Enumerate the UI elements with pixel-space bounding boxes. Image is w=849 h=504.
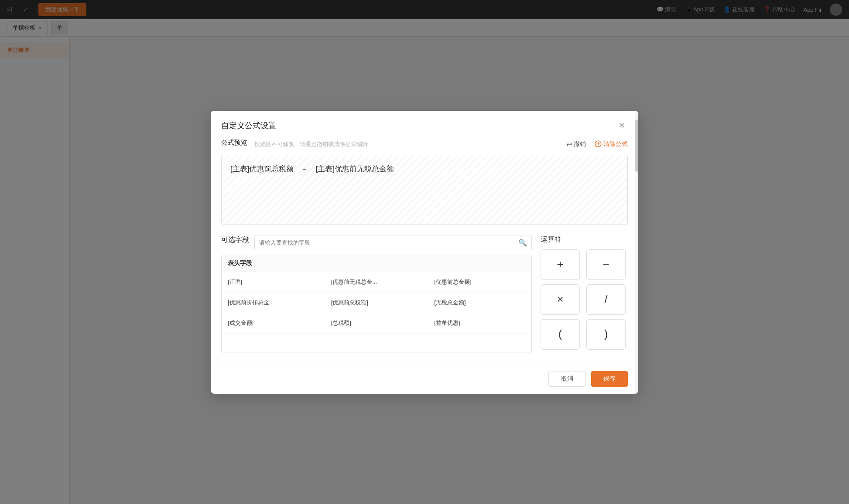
cancel-button[interactable]: 取消 [548, 371, 586, 387]
formula-content: [主表]优惠前总税额 － [主表]优惠前无税总金额 [230, 164, 394, 174]
formula-preview-header: 公式预览 预览区不可修改，请通过撤销或清除公式编辑 ↩ 撤销 [221, 139, 628, 150]
field-item-6[interactable]: [成交金额] [222, 313, 325, 334]
clear-formula-label: 清除公式 [603, 140, 628, 148]
clear-icon [595, 140, 602, 149]
op-left-paren-button[interactable]: ( [541, 319, 580, 350]
operators-panel: 运算符 + − × / ( ) [541, 235, 628, 353]
fields-search-container: 🔍 [254, 235, 532, 250]
dialog-footer: 取消 保存 [211, 364, 638, 394]
dialog-header: 自定义公式设置 ✕ [211, 111, 638, 139]
formula-section-label: 公式预览 [221, 139, 247, 147]
field-item-9[interactable] [222, 334, 325, 353]
fields-section-header: 表头字段 [222, 255, 531, 272]
dialog-close-button[interactable]: ✕ [616, 119, 628, 132]
fields-list-wrapper: 表头字段 [汇率] [优惠前无税总金... [优惠前总金额] [优惠前折扣总金.… [221, 255, 532, 353]
formula-operator-minus: － [301, 164, 308, 174]
bottom-section: 可选字段 🔍 表头字段 [汇率] [优惠前无税总金... [221, 235, 628, 353]
field-item-0[interactable]: [汇率] [222, 272, 325, 293]
save-button[interactable]: 保存 [591, 371, 628, 387]
field-item-7[interactable]: [总税额] [325, 313, 428, 334]
app-background: 司 ✓ 我要优惠一下 💬 消息 📱 App下载 👤 在线客服 ❓ 帮助中心 Ap… [0, 0, 849, 504]
operators-grid: + − × / ( ) [541, 249, 628, 350]
formula-field-2: [主表]优惠前无税总金额 [315, 164, 394, 174]
preview-actions: ↩ 撤销 清除公式 [566, 140, 628, 149]
formula-dialog: 自定义公式设置 ✕ 公式预览 预览区不可修改，请通过撤销或清除公式编辑 ↩ 撤销 [211, 111, 638, 394]
field-item-8[interactable]: [整单优惠] [428, 313, 531, 334]
dialog-scrollbar [635, 111, 638, 394]
op-plus-button[interactable]: + [541, 249, 580, 280]
field-item-1[interactable]: [优惠前无税总金... [325, 272, 428, 293]
search-icon: 🔍 [518, 238, 527, 247]
fields-grid: [汇率] [优惠前无税总金... [优惠前总金额] [优惠前折扣总金... [优… [222, 272, 531, 353]
field-item-10[interactable] [325, 334, 428, 353]
fields-search-row: 可选字段 🔍 [221, 235, 532, 250]
field-item-4[interactable]: [优惠前总税额] [325, 293, 428, 313]
field-item-11[interactable] [428, 334, 531, 353]
formula-preview-hint: 预览区不可修改，请通过撤销或清除公式编辑 [254, 140, 559, 148]
op-right-paren-button[interactable]: ) [586, 319, 626, 350]
undo-icon: ↩ [566, 140, 572, 149]
op-divide-button[interactable]: / [586, 284, 626, 315]
field-item-2[interactable]: [优惠前总金额] [428, 272, 531, 293]
formula-preview-box: [主表]优惠前总税额 － [主表]优惠前无税总金额 [221, 155, 628, 225]
field-item-3[interactable]: [优惠前折扣总金... [222, 293, 325, 313]
clear-formula-button[interactable]: 清除公式 [595, 140, 628, 149]
fields-panel: 可选字段 🔍 表头字段 [汇率] [优惠前无税总金... [221, 235, 532, 353]
dialog-scrollbar-thumb [635, 119, 638, 172]
op-multiply-button[interactable]: × [541, 284, 580, 315]
modal-overlay: 自定义公式设置 ✕ 公式预览 预览区不可修改，请通过撤销或清除公式编辑 ↩ 撤销 [0, 0, 849, 504]
dialog-body: 公式预览 预览区不可修改，请通过撤销或清除公式编辑 ↩ 撤销 [211, 139, 638, 364]
undo-label: 撤销 [574, 140, 586, 148]
operators-panel-header: 运算符 [541, 235, 628, 244]
fields-panel-header: 可选字段 [221, 235, 249, 245]
field-item-5[interactable]: [无税总金额] [428, 293, 531, 313]
op-minus-button[interactable]: − [586, 249, 626, 280]
formula-field-1: [主表]优惠前总税额 [230, 164, 294, 174]
fields-search-input[interactable] [259, 239, 518, 246]
dialog-title: 自定义公式设置 [221, 120, 276, 131]
undo-button[interactable]: ↩ 撤销 [566, 140, 586, 149]
